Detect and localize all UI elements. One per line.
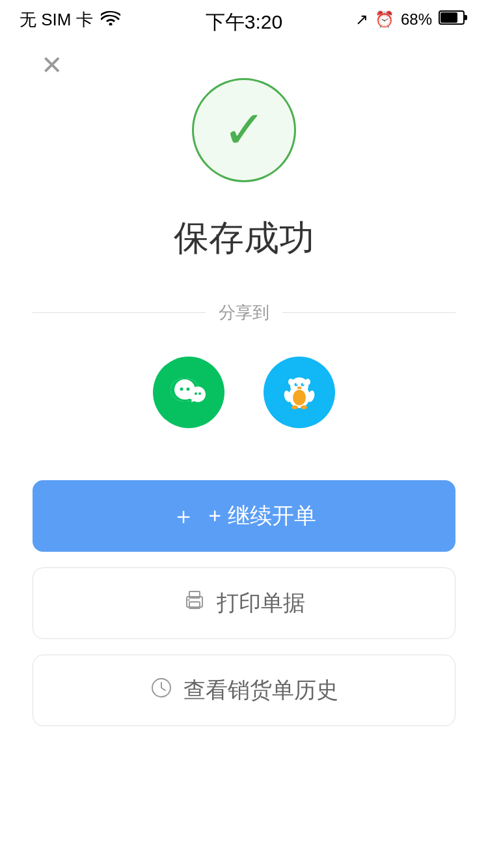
svg-rect-1 [464,15,467,20]
wechat-icon [168,372,210,414]
checkmark-icon: ✓ [223,104,266,156]
alarm-icon: ⏰ [375,10,394,29]
svg-point-14 [303,383,304,385]
clock-icon [150,676,173,705]
svg-point-8 [198,392,201,395]
svg-rect-2 [441,12,457,23]
svg-point-13 [296,383,297,385]
divider-right [282,312,455,313]
main-content: ✓ 保存成功 分享到 [0,39,488,726]
continue-label: + 继续开单 [208,501,316,531]
share-divider: 分享到 [33,301,455,324]
svg-point-11 [295,383,298,387]
print-label: 打印单据 [217,588,305,618]
history-label: 查看销货单历史 [183,675,338,705]
location-icon: ↗ [355,10,368,29]
continue-button[interactable]: ＋ + 继续开单 [33,480,455,552]
battery-icon [439,10,468,29]
status-right: ↗ ⏰ 68% [355,10,468,29]
status-left: 无 SIM 卡 [20,8,120,31]
plus-icon: ＋ [172,500,195,532]
svg-point-6 [186,387,189,390]
svg-point-15 [297,387,302,389]
share-icons [33,357,455,428]
printer-icon [183,589,206,617]
svg-point-26 [188,599,190,601]
svg-point-12 [301,383,305,387]
history-button[interactable]: 查看销货单历史 [33,655,455,726]
qq-share-button[interactable] [264,357,335,428]
share-label: 分享到 [219,301,269,324]
wechat-share-button[interactable] [153,357,224,428]
divider-left [33,312,206,313]
battery-label: 68% [401,10,432,29]
qq-icon [280,373,319,412]
no-sim-label: 无 SIM 卡 [20,8,93,31]
print-button[interactable]: 打印单据 [33,567,455,639]
close-button[interactable]: ✕ [33,46,72,85]
wifi-icon [101,10,120,30]
success-circle: ✓ [192,78,296,182]
svg-point-5 [180,387,183,390]
svg-point-7 [195,392,197,395]
success-title: 保存成功 [174,215,314,262]
close-icon: ✕ [41,50,63,80]
status-time: 下午3:20 [206,9,282,36]
svg-point-18 [293,390,306,405]
svg-point-19 [291,405,298,409]
svg-point-16 [288,379,293,385]
actions: ＋ + 继续开单 打印单据 查看销货单历史 [0,480,488,726]
svg-point-20 [301,405,307,409]
status-bar: 无 SIM 卡 下午3:20 ↗ ⏰ 68% [0,0,488,39]
share-section: 分享到 [0,301,488,428]
svg-point-17 [305,379,310,385]
